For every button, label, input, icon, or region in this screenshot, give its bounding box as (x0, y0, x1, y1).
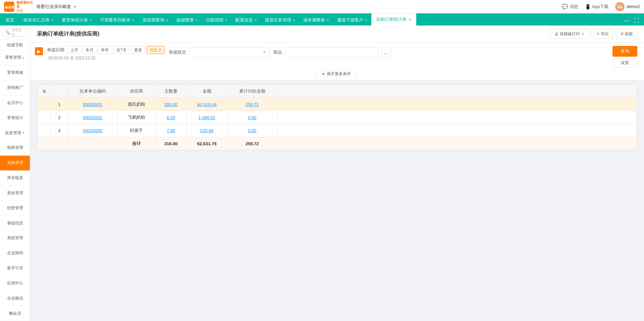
tab-function-desc[interactable]: 功能说明 ✕ (202, 15, 231, 25)
status-select[interactable]: ▼ (189, 47, 269, 57)
tab-receive-send[interactable]: 收发存汇总表 ✕ (19, 15, 58, 25)
col-paid-header: 累计付款金额 (227, 85, 277, 98)
sidebar-item-new-guide[interactable]: 新手引导 (0, 261, 30, 276)
date-shortcuts: 上月 本月 本年 近7天 更多 自定义 (67, 46, 165, 54)
workspace-chevron-icon: ▼ (73, 5, 77, 9)
footer-amount: 62,631.76 (187, 137, 227, 150)
print-btn[interactable]: 🖨 按模板打印 ▼ (550, 29, 589, 39)
row2-code[interactable]: 00020002 (68, 111, 118, 124)
goods-ellipsis-btn[interactable]: … (381, 47, 391, 57)
sidebar-item-retail-mall[interactable]: 零售商城 (0, 65, 30, 81)
footer-label: 合计 (118, 137, 155, 150)
sidebar-item-member[interactable]: 畅会员 (0, 306, 30, 321)
footer-qty: 316.00 (155, 137, 187, 150)
svg-text:畅捷通: 畅捷通 (5, 6, 14, 9)
tab-available-inventory[interactable]: 可用量库存账本 ✕ (96, 15, 139, 25)
tab-close-icon[interactable]: ✕ (166, 18, 168, 22)
page-title: 采购订单统计表(按供应商) (37, 31, 100, 38)
sidebar-item-retail-stats[interactable]: 零售统计 (0, 110, 30, 125)
row2-paid[interactable]: 0.00 (227, 111, 277, 124)
settings-btn[interactable]: 设置 (612, 58, 637, 67)
col-supplier-header: 供应商 (118, 85, 155, 98)
sidebar-item-finance-mgmt[interactable]: 资金管理 (0, 186, 30, 201)
date-range-display: 2016-01-01 至 2023-12-31 (47, 55, 165, 61)
col-qty-header: 主数量 (155, 85, 187, 98)
app-title: 畅捷通好生意 (16, 1, 34, 9)
table-row[interactable]: 3 00020005 好孩子 7.00 (38, 124, 637, 137)
row1-paid[interactable]: 259.72 (227, 98, 277, 111)
sidebar-item-sys-mgmt[interactable]: 系统管理 (0, 231, 30, 246)
row3-qty[interactable]: 7.00 (155, 124, 187, 137)
filter-toggle-btn[interactable]: ▶ (35, 47, 43, 55)
nav-expand-btn[interactable]: ⛶ (632, 16, 641, 25)
row2-amount[interactable]: 1,586.52 (187, 111, 227, 124)
tab-close-icon[interactable]: ✕ (254, 18, 257, 22)
row2-settings (38, 111, 51, 124)
app-download-btn[interactable]: 📱 App下载 (585, 4, 608, 10)
sidebar-item-basic-info[interactable]: 基础信息 (0, 216, 30, 231)
date-7days-btn[interactable]: 近7天 (113, 46, 130, 54)
table-footer-row: 合计 316.00 62,631.76 259.72 (38, 137, 637, 150)
row2-qty[interactable]: 6.00 (155, 111, 187, 124)
tab-cost-adjust[interactable]: 成本调整单 ✕ (299, 15, 333, 25)
date-label: 单据日期 (47, 47, 64, 53)
tab-purchase-order-stats[interactable]: 采购订单统计表 ✕ (371, 13, 416, 25)
active-tab-close-icon[interactable]: ✕ (409, 17, 412, 22)
row3-paid[interactable]: 0.00 (227, 124, 277, 137)
export-btn[interactable]: ↗ 导出 (592, 29, 613, 39)
user-area[interactable]: Ea demo2 (615, 2, 640, 11)
sidebar-item-purchase-mgmt[interactable]: 采购管理 (0, 156, 30, 171)
workspace-selector[interactable]: 母婴行业演示账套 ▼ (36, 4, 77, 10)
search-icon: 🔍 (6, 31, 10, 35)
tab-warranty[interactable]: 保质期查询 ✕ (139, 15, 172, 25)
row1-amount[interactable]: 60,519.44 (187, 98, 227, 111)
tab-overstock[interactable]: 超储预警 ✕ (172, 15, 202, 25)
sidebar-item-enterprise-collab[interactable]: 企业协同 (0, 246, 30, 261)
tab-close-icon[interactable]: ✕ (89, 18, 92, 22)
sidebar-item-member-center[interactable]: 会员中心 (0, 96, 30, 111)
date-this-year-btn[interactable]: 本年 (98, 46, 112, 54)
row3-code[interactable]: 00020005 (68, 124, 118, 137)
date-more-btn[interactable]: 更多 (131, 46, 145, 54)
sidebar-item-marketing[interactable]: 营销推广 (0, 81, 30, 96)
query-btn[interactable]: 查询 (612, 46, 637, 57)
col-settings-header[interactable]: ⚙ (38, 85, 51, 98)
table-row[interactable]: 1 00020001 惠氏奶粉 303.00 (38, 98, 637, 111)
date-this-month-btn[interactable]: 本月 (83, 46, 97, 54)
col-code-header: 往来单位编码 (68, 85, 118, 98)
tab-close-icon[interactable]: ✕ (225, 18, 227, 22)
row1-qty[interactable]: 303.00 (155, 98, 187, 111)
tab-close-icon[interactable]: ✕ (195, 18, 198, 22)
search-input-wrap[interactable]: 🔍 搜索菜单 (3, 28, 27, 37)
tab-close-icon[interactable]: ✕ (292, 18, 295, 22)
tab-close-icon[interactable]: ✕ (326, 18, 329, 22)
tab-invite-customer[interactable]: 邀请下游客户 ✕ (333, 15, 371, 25)
tab-purchase-stats[interactable]: 要货单统计表 ✕ (58, 15, 96, 25)
sidebar-item-quick-nav[interactable]: 快捷导航 (0, 40, 30, 50)
sidebar-item-ops-mgmt[interactable]: 经营管理 (0, 201, 30, 216)
tab-close-icon[interactable]: ✕ (132, 18, 135, 22)
tab-pick-task[interactable]: 拣货任务管理 ✕ (261, 15, 299, 25)
row1-code[interactable]: 00020001 (68, 98, 118, 111)
sidebar-item-enterprise-wechat[interactable]: 企业微信 (0, 291, 30, 306)
sidebar-item-app-center[interactable]: 应用中心 (0, 276, 30, 291)
tab-home[interactable]: 首页 (0, 15, 19, 25)
row3-amount[interactable]: 525.80 (187, 124, 227, 137)
messages-btn[interactable]: 💬 消息 (562, 4, 578, 10)
tab-close-icon[interactable]: ✕ (51, 18, 54, 22)
sidebar-item-ecommerce[interactable]: 电商管理 (0, 141, 30, 156)
query-actions: 查询 设置 (612, 46, 637, 67)
refresh-btn[interactable]: ↺ 刷新 (616, 29, 637, 39)
tab-close-icon[interactable]: ✕ (365, 18, 367, 22)
sidebar-item-retail-mgmt[interactable]: 零售管理 ▲ (0, 50, 30, 65)
nav-minimize-btn[interactable]: — (622, 16, 631, 25)
expand-toggle-btn[interactable]: ▼ 展开更多条件 (316, 70, 356, 78)
table-row[interactable]: 2 00020002 飞鹤奶粉 6.00 (38, 111, 637, 124)
row1-supplier: 惠氏奶粉 (118, 98, 155, 111)
goods-input[interactable] (285, 47, 379, 57)
tab-config[interactable]: 配置信息 ✕ (231, 15, 261, 25)
date-last-month-btn[interactable]: 上月 (67, 46, 81, 54)
sidebar-item-wholesale-mgmt[interactable]: 批发管理 ▼ (0, 125, 30, 141)
sidebar-item-inventory-check[interactable]: 库存核算 (0, 171, 30, 186)
footer-paid: 259.72 (227, 137, 277, 150)
